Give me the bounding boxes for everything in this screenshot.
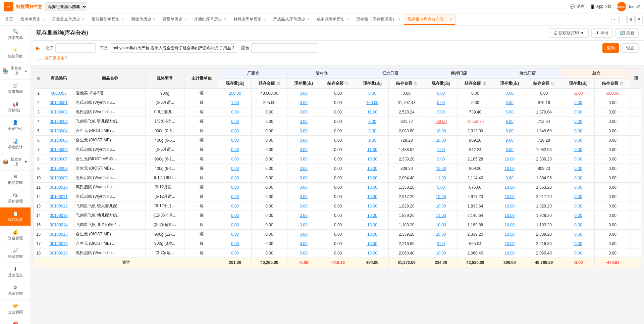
na-qty-link[interactable]: 11.00 bbox=[436, 213, 446, 218]
sidebar-item-guide[interactable]: 🎯 新手引导 bbox=[0, 318, 31, 324]
warehouse-input[interactable] bbox=[55, 43, 96, 53]
tab-1[interactable]: 盘点单历史 × bbox=[17, 14, 48, 25]
tab-6[interactable]: 其他出库单历史 × bbox=[190, 14, 230, 25]
total-qty-link[interactable]: 0.00 bbox=[574, 213, 582, 218]
total-qty-link[interactable]: 0.00 bbox=[574, 185, 582, 190]
na-qty-link[interactable]: 3.00 bbox=[437, 241, 445, 246]
yb-qty-link[interactable]: 10.00 bbox=[504, 251, 515, 256]
l-qty-link[interactable]: 0.00 bbox=[300, 241, 308, 246]
info-icon-5[interactable]: ⓘ bbox=[551, 82, 554, 85]
goods-input[interactable] bbox=[110, 43, 237, 53]
f-qty-link[interactable]: 0.00 bbox=[231, 147, 239, 152]
code-link[interactable]: 00100014 bbox=[50, 223, 67, 227]
na-qty-link[interactable]: 10.00 bbox=[436, 251, 446, 256]
na-qty-link[interactable]: 10.00 bbox=[436, 223, 446, 227]
l-qty-link[interactable]: 0.00 bbox=[300, 157, 308, 161]
sidebar-item-retail[interactable]: 🏪 零售管理 ▲ bbox=[0, 62, 31, 80]
f-qty-link[interactable]: 0.00 bbox=[231, 129, 239, 133]
l-qty-link[interactable]: 0.00 bbox=[300, 91, 308, 96]
tab-close-7[interactable]: × bbox=[264, 17, 266, 21]
yb-qty-link[interactable]: 10.00 bbox=[504, 166, 515, 171]
tab-8[interactable]: 产成品入库单历史 × bbox=[269, 14, 313, 25]
jb-qty-link[interactable]: 10.00 bbox=[367, 241, 377, 246]
sidebar-item-inventory[interactable]: 📋 库存核算 bbox=[0, 207, 31, 226]
tab-close-4[interactable]: × bbox=[153, 17, 155, 21]
tab-close-3[interactable]: × bbox=[122, 17, 124, 21]
query-btn[interactable]: 查询 bbox=[602, 43, 619, 53]
na-qty-link[interactable]: 10.00 bbox=[436, 166, 446, 171]
l-qty-link[interactable]: 0.00 bbox=[300, 166, 308, 171]
jb-qty-link[interactable]: 10.00 bbox=[367, 166, 377, 171]
total-qty-link[interactable]: 0.00 bbox=[574, 100, 582, 105]
code-link[interactable]: 00100008 bbox=[50, 166, 67, 171]
yb-qty-link[interactable]: 10.00 bbox=[504, 185, 515, 190]
f-qty-link[interactable]: 0.00 bbox=[231, 157, 239, 161]
jb-qty-link[interactable]: 10.00 bbox=[367, 251, 377, 256]
tab-close-all[interactable]: ✕ bbox=[635, 16, 643, 23]
l-qty-link[interactable]: 0.00 bbox=[300, 223, 308, 227]
na-qty-link[interactable]: 0.00 bbox=[437, 100, 445, 105]
f-qty-link[interactable]: 0.00 bbox=[231, 223, 239, 227]
total-qty-link[interactable]: 0.00 bbox=[574, 251, 582, 256]
na-qty-link[interactable]: 10.00 bbox=[436, 194, 446, 199]
f-qty-link[interactable]: 0.00 bbox=[231, 185, 239, 190]
expand-btn[interactable]: ⌄⌄ 展开更多条件 bbox=[36, 55, 639, 61]
f-qty-link[interactable]: 200.00 bbox=[229, 91, 241, 96]
na-qty-link[interactable]: 3.00 bbox=[437, 110, 445, 114]
yb-qty-link[interactable]: 10.00 bbox=[504, 204, 515, 209]
tab-9[interactable]: 成本调整单历史 × bbox=[313, 14, 353, 25]
sidebar-item-member[interactable]: 👤 会员中心 bbox=[0, 117, 31, 135]
sidebar-item-collab[interactable]: 🤝 企业协同 bbox=[0, 300, 31, 318]
jb-qty-link[interactable]: 10.00 bbox=[367, 185, 377, 190]
info-icon-6[interactable]: ⓘ bbox=[620, 82, 623, 85]
tab-close-6[interactable]: × bbox=[224, 17, 226, 21]
tab-2[interactable]: 分量盘点单历史 × bbox=[48, 14, 88, 25]
code-link[interactable]: 00100010 bbox=[50, 185, 67, 190]
jb-qty-link[interactable]: 10.00 bbox=[367, 213, 377, 218]
tab-more[interactable]: ⊞ bbox=[627, 16, 635, 23]
l-qty-link[interactable]: 0.00 bbox=[300, 129, 308, 133]
code-link[interactable]: 00100016 bbox=[50, 241, 67, 246]
yb-qty-link[interactable]: 10.00 bbox=[504, 213, 515, 218]
l-qty-link[interactable]: 0.00 bbox=[300, 232, 308, 237]
tab-close-10[interactable]: × bbox=[398, 17, 400, 21]
yb-qty-link[interactable]: 8.00 bbox=[506, 129, 514, 133]
l-qty-link[interactable]: 0.00 bbox=[300, 138, 308, 143]
tab-3[interactable]: 组装拆卸单历史 × bbox=[88, 14, 127, 25]
info-icon-1[interactable]: ⓘ bbox=[277, 82, 280, 85]
tab-4[interactable]: 调拨单历史 × bbox=[127, 14, 159, 25]
info-icon-2[interactable]: ⓘ bbox=[345, 82, 348, 85]
na-qty-link[interactable]: 5.00 bbox=[437, 185, 445, 190]
f-qty-link[interactable]: 0.00 bbox=[231, 204, 239, 209]
yb-qty-link[interactable]: 10.00 bbox=[504, 241, 515, 246]
code-link[interactable]: 00100002 bbox=[50, 110, 67, 114]
tab-close-8[interactable]: × bbox=[307, 17, 309, 21]
code-link[interactable]: 00100012 bbox=[50, 204, 67, 209]
industry-selector[interactable]: 母婴行业演示陈套 bbox=[45, 2, 87, 11]
l-qty-link[interactable]: 0.00 bbox=[300, 185, 308, 190]
total-qty-link[interactable]: 0.00 bbox=[574, 157, 582, 161]
tab-next[interactable]: › bbox=[619, 16, 627, 23]
sidebar-item-system[interactable]: ⚙ 系统管理 bbox=[0, 281, 31, 300]
refresh-btn[interactable]: 🔄 刷新 bbox=[615, 28, 639, 38]
total-qty-link[interactable]: 0.00 bbox=[574, 147, 582, 152]
yb-qty-link[interactable]: 8.00 bbox=[506, 119, 514, 124]
code-link[interactable]: 00100015 bbox=[50, 232, 67, 237]
sidebar-item-ops[interactable]: 📈 经营管理 bbox=[0, 244, 31, 263]
code-link[interactable]: 00100005 bbox=[50, 138, 67, 143]
yb-qty-link[interactable]: 10.00 bbox=[504, 232, 515, 237]
sidebar-item-basic[interactable]: ℹ 基础信息 bbox=[0, 263, 31, 281]
na-qty-link[interactable]: 10.00 bbox=[436, 232, 446, 237]
jb-qty-link[interactable]: 10.00 bbox=[367, 157, 377, 161]
code-link[interactable]: 00100013 bbox=[50, 213, 67, 218]
f-qty-link[interactable]: 0.00 bbox=[231, 166, 239, 171]
sidebar-item-marketing[interactable]: 📢 营销推广 bbox=[0, 98, 31, 117]
code-link[interactable]: 00100006 bbox=[50, 147, 67, 152]
tab-close-1[interactable]: × bbox=[43, 17, 45, 21]
message-btn[interactable]: 💬 消息 bbox=[570, 4, 585, 9]
tab-11[interactable]: 现存量（库存分布表） × bbox=[404, 14, 455, 25]
na-qty-link[interactable]: 10.00 bbox=[436, 138, 446, 143]
jb-qty-link[interactable]: 9.00 bbox=[368, 129, 376, 133]
print-btn[interactable]: 🖨 按模版打印 ▼ bbox=[549, 28, 589, 38]
l-qty-link[interactable]: 0.00 bbox=[300, 213, 308, 218]
